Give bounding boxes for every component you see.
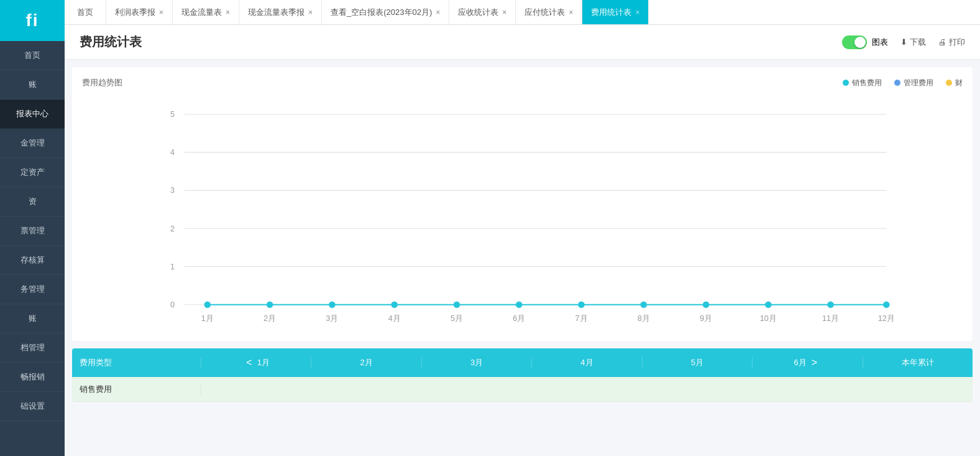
close-tab-cashflow[interactable]: × — [226, 8, 230, 17]
print-label: 打印 — [949, 37, 965, 48]
th-month1: < 1月 — [201, 357, 311, 368]
legend-dot-finance — [946, 80, 952, 86]
th-month4: 4月 — [532, 357, 642, 368]
close-tab-payable[interactable]: × — [569, 8, 573, 17]
svg-text:1: 1 — [170, 263, 175, 271]
svg-point-16 — [454, 302, 460, 309]
th-expense-type: 费用类型 — [72, 357, 201, 368]
svg-point-17 — [516, 302, 523, 309]
sidebar-logo: fi — [0, 0, 65, 41]
sidebar-item-home[interactable]: 首页 — [0, 41, 65, 70]
svg-text:5月: 5月 — [451, 314, 463, 323]
tab-receivable[interactable]: 应收统计表 × — [449, 0, 516, 25]
sidebar-item-archive[interactable]: 档管理 — [0, 333, 65, 363]
svg-point-15 — [391, 302, 398, 309]
tab-bar: 首页 利润表季报 × 现金流量表 × 现金流量表季报 × 查看_空白报表(202… — [65, 0, 980, 25]
sidebar-item-reports[interactable]: 报表中心 — [0, 100, 65, 129]
sidebar-item-ledger[interactable]: 账 — [0, 304, 65, 333]
svg-text:4月: 4月 — [388, 314, 401, 323]
page-content: 费用统计表 图表 ⬇ 下载 🖨 打印 费用趋势图 — [65, 25, 980, 456]
close-tab-expense[interactable]: × — [635, 8, 639, 17]
chart-toggle-wrap[interactable]: 图表 — [842, 35, 888, 49]
svg-text:6月: 6月 — [513, 314, 525, 323]
legend-management: 管理费用 — [894, 78, 933, 88]
page-title: 费用统计表 — [80, 34, 142, 50]
svg-text:2: 2 — [170, 225, 175, 233]
main-area: 首页 利润表季报 × 现金流量表 × 现金流量表季报 × 查看_空白报表(202… — [65, 0, 980, 456]
sidebar-item-inventory[interactable]: 存核算 — [0, 246, 65, 275]
svg-point-21 — [765, 302, 772, 309]
header-actions: 图表 ⬇ 下载 🖨 打印 — [842, 35, 965, 49]
sidebar-item-expense[interactable]: 畅报销 — [0, 363, 65, 392]
tab-payable[interactable]: 应付统计表 × — [516, 0, 582, 25]
close-tab-receivable[interactable]: × — [502, 8, 506, 17]
svg-text:10月: 10月 — [760, 314, 777, 323]
chart-title: 费用趋势图 — [82, 77, 122, 88]
sidebar-item-tickets[interactable]: 票管理 — [0, 216, 65, 246]
svg-point-22 — [827, 302, 834, 309]
svg-text:9月: 9月 — [700, 314, 712, 323]
sidebar-item-capital[interactable]: 资 — [0, 187, 65, 216]
table-row: 销售费用 — [72, 377, 973, 402]
tab-blank-report[interactable]: 查看_空白报表(2023年02月) × — [322, 0, 449, 25]
data-table-section: 费用类型 < 1月 2月 3月 4月 5月 6月 > 本年累计 — [72, 348, 973, 402]
sidebar-item-account[interactable]: 账 — [0, 70, 65, 100]
svg-text:1月: 1月 — [201, 314, 214, 323]
svg-text:4: 4 — [170, 148, 175, 157]
svg-text:3月: 3月 — [326, 314, 338, 323]
svg-point-18 — [578, 302, 585, 309]
print-button[interactable]: 🖨 打印 — [938, 37, 965, 48]
svg-point-14 — [329, 302, 336, 309]
download-button[interactable]: ⬇ 下载 — [900, 37, 926, 48]
table-body: 销售费用 — [72, 377, 973, 402]
page-header: 费用统计表 图表 ⬇ 下载 🖨 打印 — [65, 25, 980, 60]
chart-toggle-label: 图表 — [872, 37, 888, 48]
svg-text:7月: 7月 — [575, 314, 587, 323]
legend-label-management: 管理费用 — [904, 78, 933, 88]
chart-header: 费用趋势图 销售费用 管理费用 财 — [82, 77, 963, 88]
svg-point-23 — [883, 302, 890, 309]
svg-text:12月: 12月 — [878, 314, 895, 323]
th-year-total: 本年累计 — [863, 357, 973, 368]
svg-text:8月: 8月 — [638, 314, 650, 323]
prev-month-button[interactable]: < — [242, 357, 255, 368]
legend-label-sales: 销售费用 — [852, 78, 882, 88]
close-tab-cashflow-quarter[interactable]: × — [308, 8, 313, 17]
sidebar-item-settings[interactable]: 础设置 — [0, 392, 65, 421]
tab-cashflow[interactable]: 现金流量表 × — [173, 0, 239, 25]
td-expense-name: 销售费用 — [72, 384, 201, 395]
close-tab-blank-report[interactable]: × — [436, 8, 440, 17]
chart-section: 费用趋势图 销售费用 管理费用 财 — [72, 67, 973, 341]
svg-text:0: 0 — [170, 300, 175, 309]
next-month-button[interactable]: > — [808, 357, 821, 368]
svg-point-19 — [641, 302, 648, 309]
legend-dot-sales — [843, 80, 849, 86]
th-month6: 6月 > — [753, 357, 863, 368]
tab-profit-quarter[interactable]: 利润表季报 × — [106, 0, 173, 25]
svg-text:2月: 2月 — [263, 314, 276, 323]
chart-area: 5 4 3 2 1 0 — [82, 95, 963, 331]
tab-expense[interactable]: 费用统计表 × — [582, 0, 649, 25]
sidebar-item-fund[interactable]: 金管理 — [0, 129, 65, 158]
sidebar-item-service[interactable]: 务管理 — [0, 275, 65, 304]
close-tab-profit-quarter[interactable]: × — [159, 8, 163, 17]
legend-label-finance: 财 — [955, 78, 963, 88]
download-icon: ⬇ — [900, 37, 907, 47]
svg-text:3: 3 — [170, 186, 175, 195]
svg-text:11月: 11月 — [822, 314, 839, 323]
print-icon: 🖨 — [938, 37, 946, 47]
sidebar-item-assets[interactable]: 定资产 — [0, 158, 65, 187]
svg-point-20 — [703, 302, 710, 309]
svg-point-13 — [267, 302, 273, 309]
chart-legend: 销售费用 管理费用 财 — [843, 78, 963, 88]
table-header: 费用类型 < 1月 2月 3月 4月 5月 6月 > 本年累计 — [72, 348, 973, 377]
legend-finance: 财 — [946, 78, 963, 88]
download-label: 下载 — [910, 37, 926, 48]
chart-toggle[interactable] — [842, 35, 867, 49]
tab-home[interactable]: 首页 — [65, 0, 106, 25]
legend-sales: 销售费用 — [843, 78, 882, 88]
svg-point-12 — [204, 302, 211, 309]
th-month2: 2月 — [311, 357, 421, 368]
sidebar: fi 首页 账 报表中心 金管理 定资产 资 票管理 存核算 务管理 账 档管理… — [0, 0, 65, 456]
tab-cashflow-quarter[interactable]: 现金流量表季报 × — [239, 0, 322, 25]
